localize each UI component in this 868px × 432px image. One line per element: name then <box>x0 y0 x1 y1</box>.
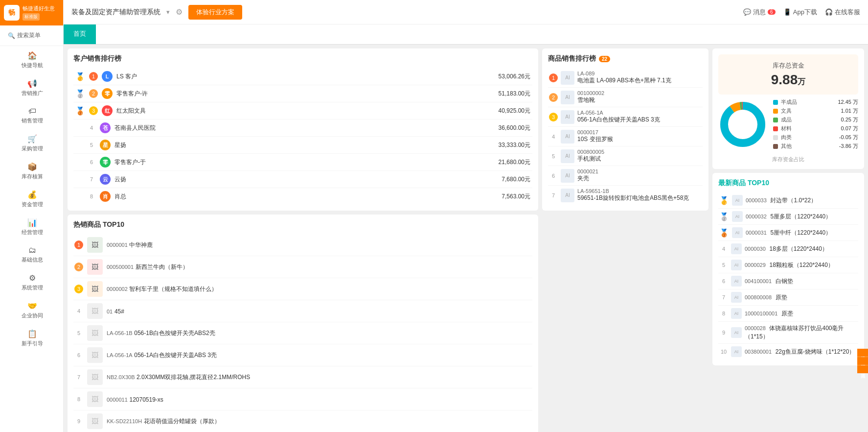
hot-product-row[interactable]: 9 🖼 KK-SD22110H 花语萌值温分蜡罐袋（厚款） <box>73 410 532 432</box>
product-ranking-row[interactable]: 7 AI LA-59651-1B 59651-1B旋转投影灯电池盒ABS黑色+5… <box>548 186 703 205</box>
hot-product-row[interactable]: 3 🖼 0000002 智利车子里（规格不知道填什么） <box>73 278 532 300</box>
product-code: 01 <box>107 309 113 314</box>
customer-ranking-row[interactable]: 6 零 零售客户-于 21,680.00元 <box>73 154 532 171</box>
customer-ranking-row[interactable]: 7 云 云扬 7,680.00元 <box>73 171 532 188</box>
inventory-total: 库存总资金 9.88万 <box>718 54 858 95</box>
product-image: AI <box>561 169 574 183</box>
product-image: 🖼 <box>87 237 103 253</box>
medal-icon: 🥈 <box>75 89 85 98</box>
hot-product-row[interactable]: 7 🖼 NB2.0X30B 2.0X30MM双排花轴,摆花直径2.1MM/ROH… <box>73 366 532 388</box>
customer-ranking-row[interactable]: 🥈 2 零 零售客户-许 51,183.00元 <box>73 85 532 102</box>
headset-icon: 🎧 <box>825 8 833 16</box>
new-product-row[interactable]: 8 AI 10000100001 原垄 <box>718 306 858 322</box>
new-product-row[interactable]: 🥇 AI 0000033 封边带（1.0*22） <box>718 192 858 209</box>
trial-plan-button[interactable]: 体验行业方案 <box>188 5 242 20</box>
rank-number: 2 <box>74 263 83 271</box>
newest-products-list: 🥇 AI 0000033 封边带（1.0*22） 🥈 AI 0000032 5厘… <box>718 192 858 360</box>
customer-ranking-row[interactable]: 8 肖 肖总 7,563.00元 <box>73 188 532 205</box>
product-info: 0000021 夹壳 <box>577 168 702 183</box>
product-ranking-row[interactable]: 5 AI 000800005 手机测试 <box>548 146 703 166</box>
new-product-row[interactable]: 🥉 AI 0000031 5厘中纤（1220*2440） <box>718 225 858 241</box>
hot-product-row[interactable]: 6 🖼 LA-056-1A 056-1A白色按键开关盖ABS 3壳 <box>73 344 532 366</box>
product-code: 0000031 <box>746 230 767 236</box>
sidebar-item-guide[interactable]: 📋 新手引导 <box>0 324 63 352</box>
customer-ranking-row[interactable]: 🥉 3 红 红太阳文具 40,925.00元 <box>73 102 532 120</box>
sidebar-item-operations[interactable]: 📊 经营管理 <box>0 213 63 241</box>
live-stream-btn[interactable]: 直播 <box>857 365 868 373</box>
settings-gear-icon[interactable]: ⚙ <box>176 7 183 17</box>
search-menu-button[interactable]: 🔍 搜索菜单 <box>5 29 58 42</box>
hot-product-row[interactable]: 2 🖼 000500001 新西兰牛肉（新牛） <box>73 256 532 278</box>
legend-color <box>773 135 778 140</box>
product-code: 0000011 <box>107 397 128 403</box>
customer-ranking-row[interactable]: 🥇 1 L LS 客户 53,006.26元 <box>73 68 532 85</box>
product-code: 001000002 <box>577 90 702 96</box>
online-service-button[interactable]: 🎧 在线客服 <box>825 8 860 17</box>
sidebar-item-inventory[interactable]: 📦 库存核算 <box>0 157 63 185</box>
sidebar-item-marketing[interactable]: 📢 营销推广 <box>0 74 63 102</box>
hot-products-title: 热销商品 TOP10 <box>73 220 532 229</box>
product-code: 0000032 <box>746 214 767 219</box>
customer-service-btn[interactable]: 客服热线 <box>857 349 868 357</box>
logo-text: 畅捷通好生意 标准版 <box>23 5 55 21</box>
rank-number: 4 <box>74 307 83 315</box>
service-community-btn[interactable]: 服务社区 <box>857 357 868 365</box>
rank-number: 10 <box>719 347 728 356</box>
customer-name: 零售客户-于 <box>114 158 495 167</box>
hot-product-row[interactable]: 8 🖼 0000011 12070519-xs <box>73 388 532 410</box>
new-product-row[interactable]: 10 AI 003800001 22g鱼豆腐-烧烤味（1*12*20） <box>718 344 858 360</box>
product-ranking-row[interactable]: 4 AI 0000017 10S 变扭罗猴 <box>548 127 703 146</box>
tab-home[interactable]: 首页 <box>64 24 96 44</box>
rank-number: 5 <box>719 261 728 269</box>
product-info: LA-056-1A 056-1A白色按键开关盖ABS 3克 <box>577 110 702 124</box>
product-info: 000500001 新西兰牛肉（新牛） <box>107 263 531 271</box>
product-icon: AI <box>732 227 743 238</box>
guide-icon: 📋 <box>27 329 37 338</box>
product-name: 花语萌值温分蜡罐袋（厚款） <box>144 418 220 425</box>
customer-ranking-row[interactable]: 4 苍 苍南县人民医院 36,600.00元 <box>73 120 532 137</box>
hot-product-row[interactable]: 5 🖼 LA-056-1B 056-1B白色按键开关壳ABS2壳 <box>73 322 532 344</box>
hot-products-card: 热销商品 TOP10 1 🖼 0000001 中华神鹿 2 🖼 00050000… <box>68 215 538 432</box>
new-product-row[interactable]: 🥈 AI 0000032 5厘多层（1220*2440） <box>718 209 858 225</box>
sidebar-item-sales[interactable]: 🏷 销售管理 <box>0 102 63 129</box>
sidebar-item-purchase[interactable]: 🛒 采购管理 <box>0 129 63 157</box>
inventory-value: 9.88万 <box>726 72 850 88</box>
new-product-row[interactable]: 6 AI 004100001 白钢垫 <box>718 273 858 289</box>
topbar: 装备及固定资产辅助管理系统 ▾ ⚙ 体验行业方案 💬 消息 6 📱 App下载 … <box>64 0 868 24</box>
hot-product-row[interactable]: 1 🖼 0000001 中华神鹿 <box>73 234 532 256</box>
product-name: 2.0X30MM双排花轴,摆花直径2.1MM/ROHS <box>137 374 250 381</box>
logo-icon: 畅 <box>4 5 20 21</box>
product-name: 中华神鹿 <box>129 241 153 248</box>
customer-ranking-row[interactable]: 5 星 星扬 33,333.00元 <box>73 137 532 154</box>
page-body: 客户销售排行榜 🥇 1 L LS 客户 53,006.26元 🥈 2 零 零售客… <box>64 45 868 432</box>
product-code: 003800001 <box>745 349 772 355</box>
product-ranking-row[interactable]: 6 AI 0000021 夹壳 <box>548 166 703 186</box>
dropdown-arrow-icon[interactable]: ▾ <box>166 8 170 16</box>
new-product-row[interactable]: 4 AI 0000030 18多层（1220*2440） <box>718 241 858 257</box>
product-code: 0000030 <box>745 246 766 252</box>
sidebar-item-home[interactable]: 🏠 快捷导航 <box>0 46 63 74</box>
new-product-row[interactable]: 9 AI 0000028 体骁嘉核味苏打饮品400毫升（1*15） <box>718 322 858 344</box>
sidebar-item-finance[interactable]: 💰 资金管理 <box>0 185 63 213</box>
product-ranking-row[interactable]: 1 AI LA-089 电池盖 LA-089 ABS本色+黑种 7.1克 <box>548 68 703 88</box>
product-ranking-title: 商品销售排行榜 22 <box>548 54 703 63</box>
product-code: LA-089 <box>577 71 702 76</box>
customer-amount: 51,183.00元 <box>499 90 530 98</box>
app-download-button[interactable]: 📱 App下载 <box>783 8 817 17</box>
hot-product-row[interactable]: 4 🖼 01 45# <box>73 300 532 322</box>
new-product-row[interactable]: 7 AI 000800008 原垫 <box>718 289 858 306</box>
product-name: 手机测试 <box>577 155 702 163</box>
sidebar-item-system[interactable]: ⚙ 系统管理 <box>0 268 63 296</box>
product-ranking-row[interactable]: 3 AI LA-056-1A 056-1A白色按键开关盖ABS 3克 <box>548 107 703 127</box>
message-button[interactable]: 💬 消息 6 <box>743 8 776 17</box>
sidebar-item-cooperation[interactable]: 🤝 企业协同 <box>0 296 63 324</box>
sidebar-item-basic-info[interactable]: 🗂 基础信息 <box>0 241 63 268</box>
product-ranking-row[interactable]: 2 AI 001000002 雪地靴 <box>548 88 703 107</box>
product-name: 10S 变扭罗猴 <box>577 135 702 144</box>
product-icon: AI <box>731 243 742 254</box>
rank-number: 9 <box>74 417 83 426</box>
product-ranking-card: 商品销售排行榜 22 1 AI LA-089 电池盖 LA-089 ABS本色+… <box>542 48 708 211</box>
product-name: 056-1A白色按键开关盖ABS 3壳 <box>134 352 217 359</box>
new-product-row[interactable]: 5 AI 0000029 18颗粒板（1220*2440） <box>718 257 858 273</box>
product-code: NB2.0X30B <box>107 374 135 380</box>
